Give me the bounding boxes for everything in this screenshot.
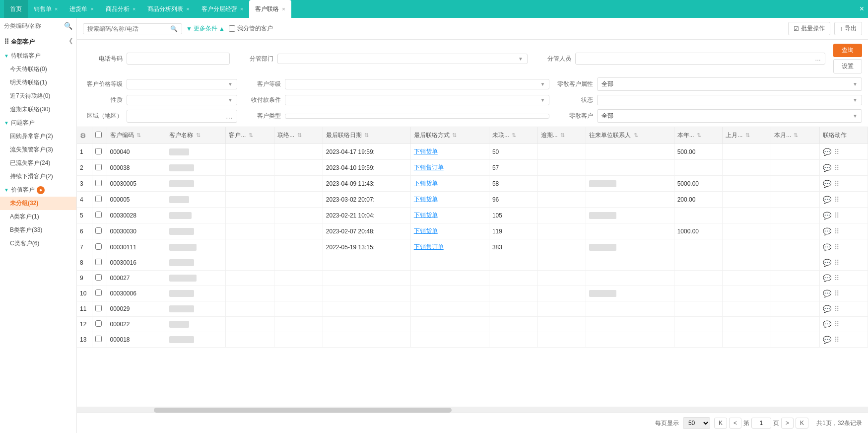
row-checkbox[interactable] [95, 320, 102, 327]
batch-ops-button[interactable]: ☑ 批量操作 [788, 22, 830, 35]
sidebar-item-c-class[interactable]: C类客户(6) [0, 237, 76, 250]
chat-icon[interactable]: 💬 [823, 196, 831, 204]
sidebar-item-a-class[interactable]: A类客户(1) [0, 210, 76, 223]
row-checkbox[interactable] [95, 274, 102, 281]
cell-checkbox[interactable] [92, 317, 107, 332]
cell-checkbox[interactable] [92, 223, 107, 239]
row-checkbox[interactable] [95, 289, 102, 296]
row-checkbox[interactable] [95, 227, 102, 234]
qr-icon[interactable]: ⠿ [834, 305, 839, 313]
sidebar-item-repurchase-abnormal[interactable]: 回购异常客户(2) [0, 130, 76, 143]
row-checkbox[interactable] [95, 164, 102, 170]
chat-icon[interactable]: 💬 [823, 289, 831, 297]
cell-checkbox[interactable] [92, 239, 107, 255]
tab-product-analysis-list[interactable]: 商品分析列表 × [141, 0, 195, 18]
retail-customer-select[interactable]: 全部 ▼ [597, 109, 862, 123]
my-customers-checkbox[interactable]: 我分管的客户 [229, 24, 273, 33]
contact-method-link[interactable]: 下销货单 [414, 227, 438, 234]
scrollbar-thumb[interactable] [154, 408, 452, 413]
row-checkbox[interactable] [95, 196, 102, 202]
sidebar-item-today-pending[interactable]: 今天待联络(0) [0, 63, 76, 76]
sidebar-item-overdue-pending[interactable]: 逾期未联络(30) [0, 103, 76, 116]
qr-icon[interactable]: ⠿ [834, 180, 839, 188]
qr-icon[interactable]: ⠿ [834, 164, 839, 172]
last-page-button[interactable]: K [796, 418, 808, 429]
sidebar-item-7day-pending[interactable]: 近7天待联络(0) [0, 89, 76, 103]
page-input[interactable] [751, 418, 771, 429]
export-button[interactable]: ↑ 导出 [834, 22, 862, 35]
cell-checkbox[interactable] [92, 192, 107, 208]
window-close-icon[interactable]: × [860, 4, 864, 13]
tab-product-analysis-list-close[interactable]: × [186, 6, 189, 12]
tab-product-analysis-close[interactable]: × [133, 6, 135, 12]
tab-product-analysis[interactable]: 商品分析 × [100, 0, 141, 18]
qr-icon[interactable]: ⠿ [834, 320, 839, 328]
tab-customer-segment[interactable]: 客户分层经营 × [196, 0, 249, 18]
qr-icon[interactable]: ⠿ [834, 227, 839, 235]
contact-method-link[interactable]: 下销售订单 [414, 243, 444, 250]
chat-icon[interactable]: 💬 [823, 320, 831, 328]
sidebar-item-b-class[interactable]: B类客户(33) [0, 223, 76, 237]
filter-more-button[interactable]: ▼ 更多条件 ▲ [186, 24, 225, 33]
row-checkbox[interactable] [95, 212, 102, 218]
all-customers-header[interactable]: ⠿ 全部客户 《 [0, 34, 76, 49]
price-level-select[interactable]: ▼ [127, 79, 237, 89]
pending-group[interactable]: ▼ 待联络客户 [0, 49, 76, 63]
row-checkbox[interactable] [95, 305, 102, 311]
chat-icon[interactable]: 💬 [823, 212, 831, 219]
problem-group[interactable]: ▼ 问题客户 [0, 116, 76, 130]
qr-icon[interactable]: ⠿ [834, 196, 839, 204]
dept-select[interactable]: ▼ [277, 54, 528, 64]
chat-icon[interactable]: 💬 [823, 148, 831, 156]
sidebar-item-churned[interactable]: 已流失客户(24) [0, 156, 76, 170]
cell-checkbox[interactable] [92, 271, 107, 286]
settings-icon[interactable]: ⚙ [80, 132, 86, 140]
sidebar-search-input[interactable] [4, 22, 64, 29]
cell-checkbox[interactable] [92, 301, 107, 317]
select-all-checkbox[interactable] [95, 132, 102, 138]
customer-type-select[interactable] [285, 114, 550, 119]
payment-select[interactable]: ▼ [285, 95, 550, 105]
sidebar-item-ungrouped[interactable]: 未分组(32) [0, 197, 76, 210]
sidebar-search-icon[interactable]: 🔍 [64, 22, 72, 30]
sidebar-item-tomorrow-pending[interactable]: 明天待联络(1) [0, 76, 76, 89]
value-group[interactable]: ▼ 价值客户 ● [0, 183, 76, 197]
chat-icon[interactable]: 💬 [823, 243, 831, 251]
qr-icon[interactable]: ⠿ [834, 212, 839, 219]
chat-icon[interactable]: 💬 [823, 274, 831, 282]
chat-icon[interactable]: 💬 [823, 180, 831, 188]
sidebar-item-declining[interactable]: 持续下滑客户(2) [0, 170, 76, 183]
qr-icon[interactable]: ⠿ [834, 274, 839, 282]
row-checkbox[interactable] [95, 180, 102, 186]
staff-select[interactable]: … [575, 53, 825, 65]
scrollbar-area[interactable] [77, 407, 868, 413]
qr-icon[interactable]: ⠿ [834, 259, 839, 267]
my-customers-check[interactable] [229, 25, 235, 32]
filter-search-icon[interactable]: 🔍 [170, 25, 178, 32]
row-checkbox[interactable] [95, 243, 102, 250]
chat-icon[interactable]: 💬 [823, 259, 831, 267]
chat-icon[interactable]: 💬 [823, 305, 831, 313]
tab-customer-contact-close[interactable]: × [282, 6, 285, 12]
cell-checkbox[interactable] [92, 144, 107, 160]
reset-button[interactable]: 设置 [833, 59, 862, 73]
qr-icon[interactable]: ⠿ [834, 148, 839, 156]
tab-sales[interactable]: 销售单 × [28, 0, 64, 18]
phone-input[interactable] [127, 53, 230, 65]
row-checkbox[interactable] [95, 148, 102, 154]
qr-icon[interactable]: ⠿ [834, 289, 839, 297]
qr-icon[interactable]: ⠿ [834, 336, 839, 344]
chat-icon[interactable]: 💬 [823, 227, 831, 235]
sidebar-item-churn-warning[interactable]: 流失预警客户(3) [0, 143, 76, 156]
cell-checkbox[interactable] [92, 286, 107, 301]
contact-method-link[interactable]: 下销售订单 [414, 164, 444, 171]
prev-page-button[interactable]: < [729, 418, 741, 429]
cell-checkbox[interactable] [92, 208, 107, 223]
status-select[interactable]: ▼ [597, 95, 862, 105]
customer-level-select[interactable]: ▼ [285, 79, 550, 89]
tab-sales-close[interactable]: × [55, 6, 58, 12]
cell-checkbox[interactable] [92, 332, 107, 348]
cell-checkbox[interactable] [92, 255, 107, 271]
tab-purchase-close[interactable]: × [90, 6, 93, 12]
first-page-button[interactable]: K [714, 418, 727, 429]
